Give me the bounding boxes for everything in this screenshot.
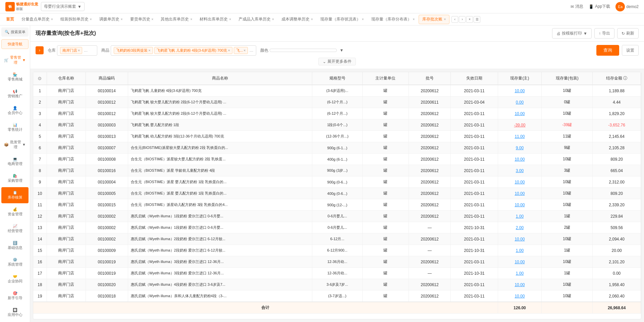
tab-chanpin[interactable]: 产成品入库单历史×	[235, 15, 277, 24]
wholesale-icon: 📦	[4, 143, 9, 147]
cell-qty-main[interactable]: 10.00	[498, 199, 542, 211]
print-btn[interactable]: 🖨 按模板打印 ▼	[552, 28, 592, 39]
add-warehouse-btn[interactable]: …	[84, 48, 88, 53]
top-bar: 畅 畅捷通好生意 标版 母婴行业演示账套 ▼ ✉ 消息 📱 App下载 Ea d…	[0, 0, 644, 13]
sidebar-item-ecommerce[interactable]: 💻 电商管理	[1, 154, 29, 170]
col-settings[interactable]: ⚙	[33, 72, 47, 85]
message-btn[interactable]: ✉ 消息	[571, 4, 583, 9]
sidebar-item-collab[interactable]: 🤝 企业协同	[1, 271, 29, 287]
tab-cunliang1[interactable]: 现存量（库存状况表）×	[317, 15, 367, 24]
tab-qitachu[interactable]: 其他出库单历史×	[157, 15, 196, 24]
close-icon[interactable]: ×	[362, 17, 364, 21]
cell-qty-main[interactable]: 10.00	[498, 108, 542, 119]
sidebar-item-basic-info[interactable]: ℹ️ 基础信息	[1, 237, 29, 254]
cell-qty-main[interactable]: 10.00	[498, 233, 542, 245]
close-icon[interactable]: ×	[51, 17, 53, 21]
cell-warehouse: 南岸门店	[47, 199, 86, 211]
user-area[interactable]: Ea demo2	[615, 2, 639, 11]
tab-cailiao[interactable]: 材料出库单历史×	[196, 15, 234, 24]
sidebar-item-retail-stats[interactable]: 📊 零售统计	[1, 119, 29, 136]
remove-product-tag-1[interactable]: ×	[148, 48, 150, 52]
cell-spec: 400g (6-1...)	[312, 154, 363, 165]
tab-chengben[interactable]: 成本调整单历史×	[278, 15, 316, 24]
tab-menu-btn[interactable]: ☰	[474, 16, 480, 23]
cell-qty-main[interactable]: -39.00	[498, 119, 542, 131]
cell-qty-main[interactable]: 9.00	[498, 142, 542, 154]
cell-qty-main[interactable]: 10.00	[498, 176, 542, 188]
sidebar-item-retail-mgmt[interactable]: 🛒 零售管理 ▼	[1, 52, 29, 68]
cell-qty-main[interactable]: 2.00	[498, 222, 542, 233]
cell-qty-pkg: 0罐	[542, 97, 593, 108]
sidebar-item-finance[interactable]: 💰 资金管理	[1, 204, 29, 220]
cell-code: 00100003	[86, 119, 128, 131]
top-bar-left: 畅 畅捷通好生意 标版 母婴行业演示账套 ▼	[5, 2, 85, 11]
cell-qty-main[interactable]: 3.00	[498, 165, 542, 176]
tab-bar: 首页 分量盘点单历史× 组装拆卸单历史× 调拨单历史× 要货单历史× 其他出库单…	[0, 13, 644, 25]
tab-fendian[interactable]: 分量盘点单历史×	[18, 15, 56, 24]
tab-diaob[interactable]: 调拨单历史×	[96, 15, 126, 24]
tab-yaohuo[interactable]: 要货单历史×	[127, 15, 157, 24]
cell-qty-main[interactable]: 10.00	[498, 290, 542, 302]
sidebar-item-operations[interactable]: 📈 经营管理	[1, 221, 29, 237]
cell-no: 7	[33, 154, 47, 165]
export-btn[interactable]: ↑ 导出	[594, 28, 614, 39]
settings-btn[interactable]: 设置	[622, 45, 639, 56]
close-icon[interactable]: ×	[444, 17, 446, 21]
sidebar-item-system[interactable]: ⚙️ 系统管理	[1, 254, 29, 270]
close-icon[interactable]: ×	[311, 17, 313, 21]
add-product-btn[interactable]: …	[249, 48, 253, 53]
sidebar-item-retail-shop[interactable]: 🏪 零售商城	[1, 69, 29, 85]
close-icon[interactable]: ×	[90, 17, 92, 21]
tab-prev-btn[interactable]: ‹	[451, 16, 458, 23]
warehouse-tag: 南岸门店 ×	[60, 47, 82, 54]
close-icon[interactable]: ×	[413, 17, 415, 21]
cell-qty-main[interactable]: 10.00	[498, 279, 542, 290]
tab-next-btn[interactable]: ›	[459, 16, 466, 23]
cell-qty-main[interactable]: 10.00	[498, 256, 542, 268]
cell-qty-main[interactable]: 11.00	[498, 131, 542, 142]
color-dropdown-btn[interactable]: ▼	[339, 48, 343, 53]
close-icon[interactable]: ×	[152, 17, 154, 21]
sidebar-item-marketing[interactable]: 📢 营销推广	[1, 86, 29, 102]
sidebar-item-guide[interactable]: 🎯 新手引导	[1, 288, 29, 304]
tab-cunliang2[interactable]: 现存量（库存分布表）×	[368, 15, 418, 24]
tab-zuhe[interactable]: 组装拆卸单历史×	[57, 15, 95, 24]
remove-warehouse-tag[interactable]: ×	[78, 48, 80, 52]
close-icon[interactable]: ×	[121, 17, 123, 21]
cell-name: 飞鹤星飞帆 较大婴儿配方奶粉 2段(6-12个月婴幼儿适用) ...	[128, 97, 312, 108]
sidebar-item-member[interactable]: 👤 会员中心	[1, 103, 29, 119]
company-selector[interactable]: 母婴行业演示账套 ▼	[41, 2, 85, 11]
refresh-btn[interactable]: ↻ 刷新	[617, 28, 639, 39]
cell-qty-main[interactable]: 1.00	[498, 268, 542, 279]
sidebar-search-btn[interactable]: 🔍 搜索菜单	[1, 28, 29, 37]
tab-home[interactable]: 首页	[3, 15, 17, 24]
cell-no: 5	[33, 131, 47, 142]
close-icon[interactable]: ×	[229, 17, 231, 21]
remove-product-tag-2[interactable]: ×	[228, 48, 230, 52]
sidebar-item-purchase[interactable]: 🛍️ 采购管理	[1, 170, 29, 186]
cell-no: 16	[33, 256, 47, 268]
cell-qty-main[interactable]: 1.00	[498, 245, 542, 256]
cell-expire: 2021-03-11	[451, 85, 498, 97]
close-icon[interactable]: ×	[272, 17, 274, 21]
sidebar-item-app-center[interactable]: 🔲 应用中心	[1, 305, 29, 321]
tab-pici[interactable]: 库存批次账×	[419, 15, 449, 24]
cell-spec: 3-6岁及7岁...	[312, 279, 363, 290]
close-icon[interactable]: ×	[190, 17, 192, 21]
remove-product-tag-3[interactable]: ×	[244, 48, 246, 52]
cell-qty-main[interactable]: 1.00	[498, 211, 542, 222]
sidebar-item-wholesale[interactable]: 📦 批发管理 ▼	[1, 136, 29, 153]
page-actions: 🖨 按模板打印 ▼ ↑ 导出 ↻ 刷新	[552, 28, 639, 39]
expand-more-btn[interactable]: ⌄ 展开更多条件	[318, 58, 356, 65]
app-download-btn[interactable]: 📱 App下载	[589, 4, 610, 9]
cell-qty-main[interactable]: 10.00	[498, 188, 542, 199]
tab-close-btn[interactable]: ×	[466, 16, 473, 23]
cell-qty-main[interactable]: 10.00	[498, 85, 542, 97]
filter-expand-btn[interactable]: ›	[36, 46, 44, 54]
cell-qty-pkg: -39罐	[542, 119, 593, 131]
query-btn[interactable]: 查询	[596, 45, 619, 56]
cell-qty-main[interactable]: 0.00	[498, 97, 542, 108]
sidebar-shortcut-btn[interactable]: 快捷导航	[1, 39, 29, 49]
cell-qty-main[interactable]: 10.00	[498, 154, 542, 165]
sidebar-item-inventory[interactable]: 📋 库存核算	[1, 187, 29, 203]
